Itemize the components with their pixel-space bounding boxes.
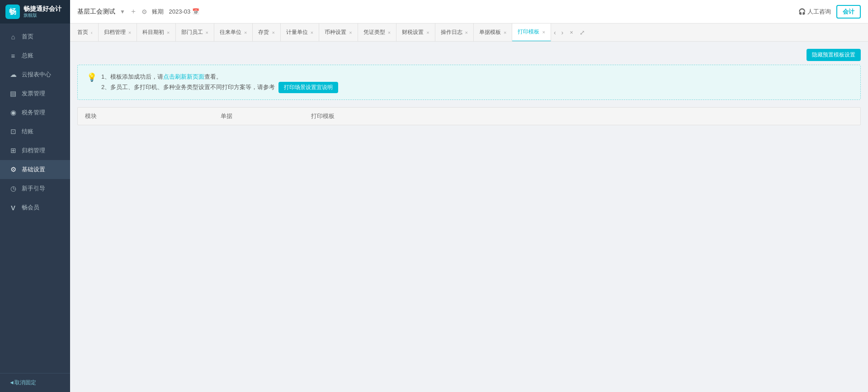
tab-close-icon[interactable]: × — [349, 30, 352, 35]
logo-title: 畅捷通好会计 — [24, 5, 61, 13]
sidebar-item-tax[interactable]: ◉ 税务管理 — [0, 103, 70, 122]
notice-refresh-link[interactable]: 点击刷新新页面 — [163, 73, 204, 80]
unpin-button[interactable]: ◄取消固定 — [0, 373, 70, 392]
tab-label: 往来单位 — [220, 28, 241, 36]
sidebar-item-home[interactable]: ⌂ 首页 — [0, 27, 70, 46]
tabbar: 首页 ‹ 归档管理 × 科目期初 × 部门员工 × 往来单位 × 存货 × 计量… — [70, 24, 868, 42]
tab-subject[interactable]: 科目期初 × — [137, 24, 175, 42]
sidebar-item-label: 归档管理 — [22, 146, 45, 155]
tab-label: 部门员工 — [181, 28, 203, 36]
main-area: 基层工会测试 ▼ ＋ ⚙ 账期 2023-03 📅 🎧 人工咨询 会计 首页 ‹… — [70, 0, 868, 392]
notice-line1: 1、模板添加成功后，请点击刷新新页面查看。 — [101, 71, 338, 82]
sidebar-logo: 畅 畅捷通好会计 旗舰版 — [0, 0, 70, 24]
tab-close-icon[interactable]: × — [244, 30, 247, 35]
tab-close-icon[interactable]: × — [206, 30, 208, 35]
sidebar-item-label: 云报表中心 — [22, 71, 51, 79]
service-button[interactable]: 🎧 人工咨询 — [798, 8, 831, 16]
tab-close-icon[interactable]: × — [465, 30, 468, 35]
hide-template-button[interactable]: 隐藏预置模板设置 — [807, 49, 861, 61]
archive-icon: ⊞ — [9, 146, 17, 155]
col-template: 打印模板 — [304, 108, 860, 125]
topbar-right: 🎧 人工咨询 会计 — [798, 5, 861, 19]
tab-close-icon[interactable]: × — [504, 30, 506, 35]
sidebar-item-member[interactable]: V 畅会员 — [0, 198, 70, 217]
tab-label: 币种设置 — [325, 28, 346, 36]
tab-measure[interactable]: 计量单位 × — [281, 24, 319, 42]
sidebar-item-invoice[interactable]: ▤ 发票管理 — [0, 84, 70, 103]
tab-billtemplate[interactable]: 单据模板 × — [474, 24, 512, 42]
tab-label: 归档管理 — [104, 28, 126, 36]
top-right-area: 隐藏预置模板设置 — [77, 49, 861, 61]
tab-inventory[interactable]: 存货 × — [253, 24, 280, 42]
logo-icon: 畅 — [5, 5, 20, 19]
notice-line1-suffix: 查看。 — [204, 73, 222, 80]
sidebar-item-archive[interactable]: ⊞ 归档管理 — [0, 141, 70, 160]
print-scene-button[interactable]: 打印场景设置宜说明 — [278, 82, 338, 93]
notice-line2-prefix: 2、多员工、多打印机、多种业务类型设置不同打印方案等，请参考 — [101, 84, 275, 90]
content-area: 隐藏预置模板设置 💡 1、模板添加成功后，请点击刷新新页面查看。 2、多员工、多… — [70, 42, 868, 392]
sidebar-item-label: 首页 — [22, 33, 33, 41]
sidebar-item-report[interactable]: ☁ 云报表中心 — [0, 65, 70, 84]
notice-line2: 2、多员工、多打印机、多种业务类型设置不同打印方案等，请参考 打印场景设置宜说明 — [101, 82, 338, 93]
tab-prev-button[interactable]: ‹ — [551, 24, 559, 42]
tab-home[interactable]: 首页 ‹ — [72, 24, 99, 42]
tab-supplier[interactable]: 往来单位 × — [214, 24, 253, 42]
tab-printtemplate[interactable]: 打印模板 × — [512, 24, 551, 42]
tab-next-button[interactable]: › — [559, 24, 566, 42]
tab-close-icon[interactable]: × — [272, 30, 274, 35]
company-name: 基层工会测试 — [77, 8, 115, 16]
period-label: 账期 2023-03 📅 — [152, 8, 199, 16]
sidebar-item-label: 发票管理 — [22, 90, 45, 98]
tab-label: 科目期初 — [142, 28, 164, 36]
col-module: 模块 — [78, 108, 213, 125]
close-all-tabs-button[interactable]: × — [566, 24, 577, 42]
settings-icon: ⚙ — [9, 165, 17, 174]
tab-label: 财税设置 — [402, 28, 424, 36]
home-icon: ⌂ — [9, 33, 17, 41]
sidebar-item-checkout[interactable]: ⊡ 结账 — [0, 122, 70, 141]
col-bill: 单据 — [213, 108, 304, 125]
tab-taxsetting[interactable]: 财税设置 × — [396, 24, 435, 42]
checkout-icon: ⊡ — [9, 128, 17, 136]
add-tab-icon[interactable]: ＋ — [130, 7, 137, 16]
sidebar-item-settings[interactable]: ⚙ 基础设置 — [0, 160, 70, 179]
sidebar-item-label: 总账 — [22, 52, 33, 60]
tab-vouchertype[interactable]: 凭证类型 × — [358, 24, 396, 42]
tab-label: 操作日志 — [441, 28, 462, 36]
logo-sub: 旗舰版 — [24, 12, 61, 19]
sidebar-item-label: 税务管理 — [22, 109, 45, 117]
tab-close-icon[interactable]: × — [542, 29, 545, 35]
sidebar-item-label: 基础设置 — [22, 165, 45, 174]
tab-label: 存货 — [258, 28, 269, 36]
cloud-icon: ☁ — [9, 71, 17, 79]
tab-archive[interactable]: 归档管理 × — [99, 24, 137, 42]
tab-close-icon[interactable]: × — [388, 30, 391, 35]
tab-close-icon[interactable]: × — [426, 30, 429, 35]
sidebar-item-label: 新手引导 — [22, 184, 45, 193]
tab-currency[interactable]: 币种设置 × — [319, 24, 358, 42]
sidebar-item-label: 结账 — [22, 128, 33, 136]
sidebar-nav: ⌂ 首页 ≡ 总账 ☁ 云报表中心 ▤ 发票管理 ◉ 税务管理 ⊡ 结账 ⊞ 归… — [0, 24, 70, 373]
tab-label: 单据模板 — [479, 28, 501, 36]
headset-icon: 🎧 — [798, 8, 806, 15]
tab-close-icon[interactable]: × — [311, 30, 313, 35]
calendar-icon[interactable]: 📅 — [192, 8, 199, 15]
tax-icon: ◉ — [9, 109, 17, 117]
tab-label: 首页 — [77, 28, 88, 36]
sidebar-item-ledger[interactable]: ≡ 总账 — [0, 46, 70, 65]
sidebar-item-guide[interactable]: ◷ 新手引导 — [0, 179, 70, 198]
tab-nav-left[interactable]: ‹ — [91, 30, 93, 35]
guide-icon: ◷ — [9, 184, 17, 193]
tab-expand-button[interactable]: ⤢ — [577, 24, 588, 42]
settings-icon[interactable]: ⚙ — [142, 8, 147, 15]
tab-label: 计量单位 — [286, 28, 308, 36]
tab-close-icon[interactable]: × — [167, 30, 170, 35]
tab-close-icon[interactable]: × — [128, 30, 131, 35]
kuaiji-button[interactable]: 会计 — [836, 5, 861, 19]
sidebar-item-label: 畅会员 — [22, 203, 39, 212]
tab-oplog[interactable]: 操作日志 × — [435, 24, 474, 42]
company-dropdown-icon[interactable]: ▼ — [120, 9, 125, 15]
bulb-icon: 💡 — [87, 72, 97, 82]
tab-dept[interactable]: 部门员工 × — [176, 24, 214, 42]
service-label: 人工咨询 — [807, 8, 831, 16]
